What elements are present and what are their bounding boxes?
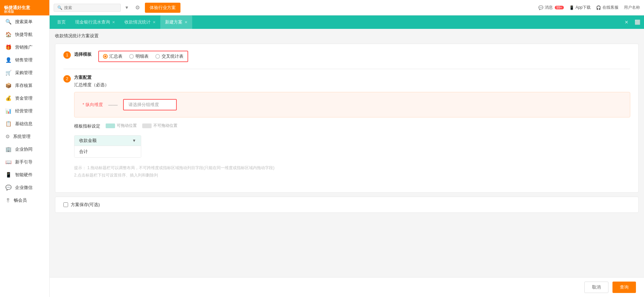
search-menu-icon: 🔍 — [5, 19, 12, 25]
tab-bank-flow[interactable]: 现金银行流水查询 ✕ — [70, 15, 120, 29]
dimension-area: * 纵向维度 —— 请选择分组维度 — [74, 92, 630, 117]
sidebar-item-label: 企业协同 — [15, 146, 33, 152]
radio-crosstab[interactable]: 交叉统计表 — [155, 53, 183, 59]
topbar-right: 💬 消息 99+ 📱 App下载 🎧 在线客服 用户名称 — [538, 5, 640, 10]
tab-receipt-stats-close[interactable]: ✕ — [153, 20, 156, 24]
tab-new-plan-close[interactable]: ✕ — [184, 20, 187, 24]
query-button[interactable]: 查询 — [612, 282, 636, 293]
tab-home-label: 首页 — [57, 19, 66, 25]
tab-bank-flow-label: 现金银行流水查询 — [75, 19, 110, 25]
search-box[interactable]: 🔍 — [54, 4, 121, 12]
tab-bank-flow-close[interactable]: ✕ — [112, 20, 115, 24]
search-icon: 🔍 — [57, 5, 62, 10]
download-label: App下载 — [576, 5, 591, 10]
sidebar-item-member[interactable]: 🎖 畅会员 — [0, 194, 49, 207]
step2-badge: 2 — [63, 75, 71, 83]
sidebar-item-inventory[interactable]: 📦 库存核算 — [0, 79, 49, 92]
tab-receipt-stats-label: 收款情况统计 — [124, 19, 151, 25]
column-dropdown-icon[interactable]: ▼ — [132, 138, 136, 143]
sidebar-item-label: 快捷导航 — [15, 32, 33, 38]
sidebar-item-label: 采购管理 — [15, 70, 33, 76]
gear-icon: ⚙ — [5, 134, 10, 140]
step2-section: 2 方案配置 汇总维度（必选） * 纵向维度 —— 请选择分组维度 — [63, 75, 630, 179]
metrics-header: 模板指标设定 — [74, 123, 100, 129]
save-section: 方案保存(可选) — [55, 197, 639, 213]
tab-new-plan-label: 新建方案 — [165, 19, 182, 25]
sidebar-item-label: 企业微信 — [15, 185, 33, 191]
settings-icon[interactable]: ⚙ — [133, 3, 142, 12]
content-area: 收款情况统计方案设置 1 选择模板 汇总表 — [50, 29, 644, 297]
cart-icon: 🛒 — [5, 70, 12, 76]
sidebar-item-label: 销售管理 — [15, 57, 33, 63]
sidebar-item-enterprise[interactable]: 🏢 企业协同 — [0, 143, 49, 156]
hint-line-2: 2.点击标题栏下拉可设置排序、插入列和删除列 — [74, 172, 630, 179]
sidebar-item-label: 基础信息 — [15, 121, 33, 127]
sidebar-item-new-guide[interactable]: 📖 新手引导 — [0, 156, 49, 168]
dimension-config: 汇总维度（必选） * 纵向维度 —— 请选择分组维度 — [74, 82, 630, 117]
radio-detail[interactable]: 明细表 — [129, 53, 149, 59]
metrics-table: 收款金额 ▼ 合计 — [74, 135, 141, 158]
sidebar-item-marketing[interactable]: 🎁 营销推广 — [0, 41, 49, 54]
page-title: 收款情况统计方案设置 — [55, 33, 639, 39]
clipboard-icon: 📋 — [5, 121, 12, 127]
step1-section: 1 选择模板 汇总表 明细表 — [63, 51, 630, 62]
service-label: 在线客服 — [602, 5, 619, 10]
radio-detail-circle — [129, 54, 134, 59]
cancel-button[interactable]: 取消 — [584, 282, 608, 293]
sidebar-item-finance[interactable]: 💰 资金管理 — [0, 92, 49, 105]
phone-icon: 📱 — [5, 172, 12, 178]
user-info: 用户名称 — [624, 5, 640, 10]
step2-content: 方案配置 汇总维度（必选） * 纵向维度 —— 请选择分组维度 — [74, 75, 630, 179]
person-icon: 👤 — [5, 57, 12, 63]
hint-line-1: 提示： 1.拖动标题栏可以调整布局，不可跨维度或指标区域拖动列目字段(只能在同一… — [74, 164, 630, 172]
tab-new-plan[interactable]: 新建方案 ✕ — [160, 15, 192, 29]
chart-icon: 📊 — [5, 108, 12, 114]
notification-button[interactable]: 💬 消息 99+ — [538, 5, 564, 10]
notification-label: 消息 — [545, 5, 553, 10]
legend-non-draggable: 不可拖动位置 — [142, 123, 177, 129]
save-checkbox[interactable] — [63, 202, 68, 207]
tab-home[interactable]: 首页 — [52, 15, 70, 29]
metrics-section: 模板指标设定 可拖动位置 不可拖动位置 — [74, 123, 630, 158]
trial-button[interactable]: 体验行业方案 — [145, 3, 180, 13]
edition-badge: 标准版 — [4, 9, 14, 14]
sidebar-item-label: 营销推广 — [15, 44, 33, 50]
step1-title: 选择模板 — [74, 51, 92, 57]
service-icon: 🎧 — [596, 5, 601, 10]
close-window-button[interactable]: ✕ — [623, 18, 631, 26]
metrics-legend: 可拖动位置 不可拖动位置 — [106, 123, 177, 129]
sidebar-item-smart-hardware[interactable]: 📱 智能硬件 — [0, 168, 49, 181]
radio-crosstab-label: 交叉统计表 — [162, 53, 183, 59]
sidebar-item-search-menu[interactable]: 🔍 搜索菜单 — [0, 15, 49, 28]
sidebar-item-basic-info[interactable]: 📋 基础信息 — [0, 117, 49, 130]
sidebar-item-purchase[interactable]: 🛒 采购管理 — [0, 66, 49, 79]
sidebar-item-system[interactable]: ⚙ 系统管理 — [0, 130, 49, 143]
search-input[interactable] — [64, 5, 111, 10]
notification-badge: 99+ — [555, 6, 564, 9]
sidebar-item-enterprise-wechat[interactable]: 💬 企业微信 — [0, 181, 49, 194]
gift-icon: 🎁 — [5, 44, 12, 50]
radio-summary[interactable]: 汇总表 — [103, 53, 122, 59]
metrics-table-cell: 合计 — [74, 146, 141, 157]
book-icon: 📖 — [5, 159, 12, 165]
content-inner: 收款情况统计方案设置 1 选择模板 汇总表 — [50, 29, 644, 277]
sidebar-item-sales[interactable]: 👤 销售管理 — [0, 54, 49, 66]
sidebar-item-label: 新手引导 — [15, 159, 33, 165]
maximize-button[interactable]: ⬜ — [633, 18, 641, 26]
tab-receipt-stats[interactable]: 收款情况统计 ✕ — [120, 15, 160, 29]
sidebar-item-label: 搜索菜单 — [15, 19, 33, 25]
sidebar-item-quick-nav[interactable]: 🏠 快捷导航 — [0, 28, 49, 41]
arrow-icon: —— — [108, 102, 118, 107]
sidebar-item-label: 智能硬件 — [15, 172, 33, 178]
section-divider — [63, 69, 630, 69]
radio-summary-circle — [103, 54, 108, 59]
dropdown-toggle[interactable]: ▼ — [123, 4, 130, 11]
non-draggable-label: 不可拖动位置 — [153, 123, 177, 129]
message-icon: 💬 — [538, 5, 543, 10]
dimension-selector[interactable]: 请选择分组维度 — [123, 99, 177, 110]
main-area: 🔍 ▼ ⚙ 体验行业方案 💬 消息 99+ 📱 App下载 🎧 在线客服 用户名… — [50, 0, 644, 297]
online-service-button[interactable]: 🎧 在线客服 — [596, 5, 619, 10]
sidebar-item-operations[interactable]: 📊 经营管理 — [0, 105, 49, 117]
app-download-button[interactable]: 📱 App下载 — [569, 5, 591, 10]
vertical-dimension-label: * 纵向维度 — [83, 102, 103, 108]
